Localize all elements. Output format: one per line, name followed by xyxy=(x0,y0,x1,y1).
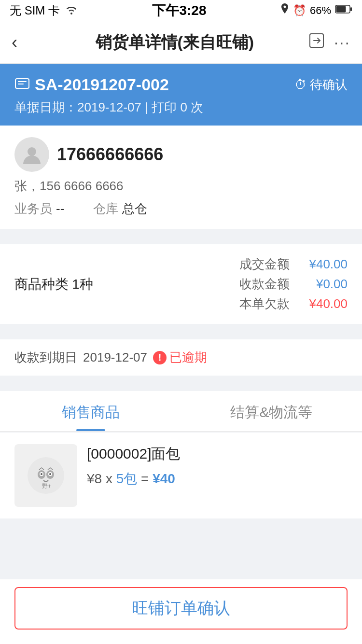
customer-details-row: 业务员 -- 仓库 总仓 xyxy=(14,200,348,217)
nav-right-buttons: ··· xyxy=(309,33,350,52)
owed-row: 本单欠款 ¥40.00 xyxy=(239,295,348,312)
salesperson-label: 业务员 xyxy=(14,200,52,217)
overdue-icon: ! xyxy=(153,351,167,364)
svg-point-12 xyxy=(49,473,51,475)
product-types: 商品种类 1种 xyxy=(14,275,239,294)
clock-icon: ⏱ xyxy=(294,77,307,92)
bottom-bar: 旺铺订单确认 xyxy=(0,579,362,644)
product-name: [0000002]面包 xyxy=(87,444,348,464)
product-types-value: 1种 xyxy=(72,277,93,292)
overdue-badge: ! 已逾期 xyxy=(153,349,207,366)
status-time: 下午3:28 xyxy=(152,1,206,20)
warehouse-value: 总仓 xyxy=(122,200,147,217)
battery-icon xyxy=(335,4,352,17)
svg-rect-2 xyxy=(350,7,352,11)
due-date-label: 收款到期日 xyxy=(14,349,77,366)
due-date-section: 收款到期日 2019-12-07 ! 已逾期 xyxy=(0,339,362,376)
received-row: 收款金额 ¥0.00 xyxy=(239,276,348,293)
summary-left: 商品种类 1种 xyxy=(14,256,239,312)
price-formula: ¥8 x xyxy=(87,471,116,486)
product-thumbnail: 野+ xyxy=(14,444,77,507)
due-date-value: 2019-12-07 xyxy=(83,350,147,365)
overdue-text: 已逾期 xyxy=(169,349,207,366)
received-label: 收款金额 xyxy=(239,276,290,293)
tabs-section: 销售商品 结算&物流等 xyxy=(0,391,362,432)
salesperson-value: -- xyxy=(56,201,64,216)
order-status: ⏱ 待确认 xyxy=(294,76,348,93)
order-icon xyxy=(14,75,30,94)
order-date: 单据日期：2019-12-07 | 打印 0 次 xyxy=(14,99,348,116)
owed-value: ¥40.00 xyxy=(299,296,348,311)
summary-right: 成交金额 ¥40.00 收款金额 ¥0.00 本单欠款 ¥40.00 xyxy=(239,256,348,312)
divider-2 xyxy=(0,332,362,339)
nav-bar: ‹ 销货单详情(来自旺铺) ··· xyxy=(0,21,362,64)
product-info: [0000002]面包 ¥8 x 5包 = ¥40 xyxy=(87,444,348,488)
sim-status: 无 SIM 卡 xyxy=(10,3,60,18)
customer-row: 17666666666 xyxy=(14,137,348,172)
confirm-wangpu-order-button[interactable]: 旺铺订单确认 xyxy=(14,587,348,630)
summary-section: 商品种类 1种 成交金额 ¥40.00 收款金额 ¥0.00 本单欠款 ¥40.… xyxy=(0,244,362,324)
divider-3 xyxy=(0,383,362,391)
warehouse-label: 仓库 xyxy=(93,200,118,217)
location-icon xyxy=(280,3,289,18)
product-section: 野+ [0000002]面包 ¥8 x 5包 = ¥40 xyxy=(0,433,362,518)
transaction-label: 成交金额 xyxy=(239,256,290,273)
alarm-icon: ⏰ xyxy=(293,4,306,17)
svg-rect-1 xyxy=(336,6,346,13)
page-title: 销货单详情(来自旺铺) xyxy=(96,31,254,54)
order-header-card: SA-20191207-002 ⏱ 待确认 单据日期：2019-12-07 | … xyxy=(0,64,362,126)
status-bar: 无 SIM 卡 下午3:28 ⏰ 66% xyxy=(0,0,362,21)
warehouse-item: 仓库 总仓 xyxy=(93,200,147,217)
back-button[interactable]: ‹ xyxy=(12,32,41,53)
svg-point-11 xyxy=(41,473,42,475)
customer-sub-info: 张，156 6666 6666 xyxy=(14,178,348,195)
transaction-row: 成交金额 ¥40.00 xyxy=(239,256,348,273)
more-button[interactable]: ··· xyxy=(334,33,350,52)
wifi-icon xyxy=(65,4,78,17)
total-price: ¥40 xyxy=(153,471,175,486)
battery-text: 66% xyxy=(310,4,331,17)
owed-label: 本单欠款 xyxy=(239,295,290,312)
order-id: SA-20191207-002 xyxy=(14,75,169,94)
header-top: SA-20191207-002 ⏱ 待确认 xyxy=(14,75,348,94)
transaction-value: ¥40.00 xyxy=(299,257,348,272)
customer-name: 17666666666 xyxy=(57,144,163,165)
tab-settlement-logistics[interactable]: 结算&物流等 xyxy=(181,391,362,431)
status-right: ⏰ 66% xyxy=(280,3,352,18)
received-value: ¥0.00 xyxy=(299,277,348,292)
svg-text:野+: 野+ xyxy=(42,483,51,490)
divider-1 xyxy=(0,237,362,244)
salesperson-item: 业务员 -- xyxy=(14,200,64,217)
tab-sales-products[interactable]: 销售商品 xyxy=(0,391,181,431)
equals: = xyxy=(137,471,153,486)
product-types-label: 商品种类 xyxy=(14,277,69,292)
quantity: 5包 xyxy=(116,471,138,486)
customer-info-section: 17666666666 张，156 6666 6666 业务员 -- 仓库 总仓 xyxy=(0,126,362,229)
svg-point-5 xyxy=(28,147,36,156)
status-left: 无 SIM 卡 xyxy=(10,3,78,18)
customer-avatar xyxy=(14,137,49,172)
product-price: ¥8 x 5包 = ¥40 xyxy=(87,470,348,488)
share-button[interactable] xyxy=(309,33,324,52)
